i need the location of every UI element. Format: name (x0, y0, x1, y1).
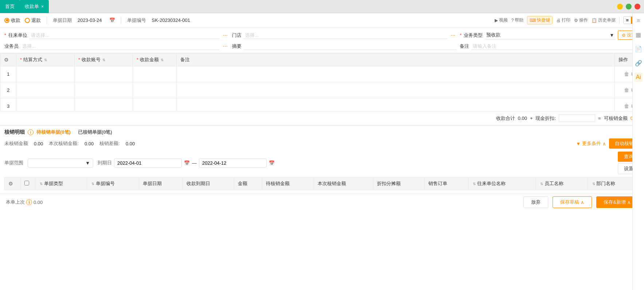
video-button[interactable]: ▶ 视频 (495, 17, 508, 23)
settle-sort-icon[interactable]: ⇅ (44, 58, 47, 62)
video-icon: ▶ (495, 18, 498, 23)
table-col-settle: * 结算方式 ⇅ (16, 54, 75, 66)
abandon-button[interactable]: 放弃 (523, 196, 548, 208)
bt-check-all[interactable] (24, 181, 29, 185)
staff-field-group: 业务员 ··· (4, 43, 229, 50)
bt-col-current: 本次核销金额 (314, 177, 373, 190)
bt-dept-sort-icon[interactable]: ⇅ (592, 182, 595, 186)
sidebar-ai-icon[interactable]: Ai (634, 72, 642, 82)
done-tab[interactable]: 已核销单据(0笔) (78, 129, 112, 136)
table-col-account: * 收款账号 ⇅ (75, 54, 133, 66)
calendar-to-icon[interactable]: 📅 (269, 160, 275, 166)
save-new-button[interactable]: 保存&新增 ∧ (596, 196, 638, 208)
account-sort-icon[interactable]: ⇅ (102, 58, 105, 62)
partner-more-button[interactable]: ··· (221, 32, 229, 39)
cash-discount-input[interactable] (559, 114, 595, 122)
help-button[interactable]: ? 帮助 (511, 17, 524, 23)
business-type-select[interactable]: 预收款 ▼ (485, 31, 616, 39)
row-3-settle[interactable] (16, 98, 75, 112)
date-value: 2023-03-24 (78, 17, 102, 23)
calendar-from-icon[interactable]: 📅 (184, 160, 190, 166)
amount-sort-icon[interactable]: ⇅ (161, 58, 164, 62)
receipt-table-header: ⚙ * 结算方式 ⇅ * 收款账号 ⇅ * 收款金额 (0, 54, 644, 66)
print-button[interactable]: 🖨 打印 (556, 17, 570, 23)
radio-refund[interactable]: 退款 (25, 17, 41, 24)
bt-settings-icon[interactable]: ⚙ (8, 181, 13, 187)
table-row: 3 🗑 ⧉ (0, 98, 644, 112)
bt-col-bill-type: ⇅ 单据类型 (35, 177, 87, 190)
maximize-button[interactable] (626, 4, 632, 9)
table-settings-icon[interactable]: ⚙ (4, 57, 9, 63)
bt-staff-sort-icon[interactable]: ⇅ (540, 182, 543, 186)
footer: 本单上次 ℹ 0.00 放弃 保存草稿 ∧ 保存&新增 ∧ (0, 193, 644, 211)
unreconciled-label: 未核销金额 (4, 140, 28, 147)
tab-close-icon[interactable]: × (41, 4, 44, 9)
tab-home[interactable]: 首页 (0, 0, 20, 13)
shortcut-button[interactable]: ⌨ 快捷键 (527, 16, 553, 24)
row-num-3: 3 (0, 98, 16, 112)
tab-receipt[interactable]: 收款单 × (20, 0, 49, 13)
table-col-remark: 备注 (177, 54, 615, 66)
range-label: 单据范围 (4, 160, 23, 166)
sidebar-menu-icon[interactable]: ≡ (635, 16, 641, 26)
store-label: 门店 (232, 32, 242, 39)
row-num-2: 2 (0, 82, 16, 98)
staff-input[interactable] (21, 43, 219, 50)
reconcile-info-icon[interactable]: i (28, 129, 34, 135)
store-more-button[interactable]: ··· (449, 32, 457, 39)
row-3-account[interactable] (75, 98, 133, 112)
calendar-icon[interactable]: 📅 (109, 17, 115, 23)
table-col-settings[interactable]: ⚙ (0, 54, 16, 66)
current-reconcile-label: 本次核销金额: (49, 140, 79, 147)
row-1-settle[interactable] (16, 66, 75, 82)
pending-tab[interactable]: 待核销单据(0笔) (36, 129, 71, 136)
store-input[interactable] (244, 32, 447, 39)
row-1-remark[interactable] (177, 66, 615, 82)
row-1-delete-icon[interactable]: 🗑 (624, 71, 629, 77)
bt-sort-icon[interactable]: ⇅ (40, 182, 43, 186)
sidebar-table-icon[interactable]: ▦ (634, 30, 643, 40)
minimize-button[interactable] (617, 4, 623, 9)
sidebar-doc-icon[interactable]: 📄 (633, 44, 644, 54)
operations-button[interactable]: ⚙ 操作 (574, 17, 588, 23)
this-bill-info-icon[interactable]: ℹ (26, 199, 32, 205)
date-from-input[interactable] (114, 158, 182, 168)
bt-partner-sort-icon[interactable]: ⇅ (473, 182, 476, 186)
sidebar-link-icon[interactable]: 🔗 (633, 58, 644, 68)
help-icon: ? (511, 18, 514, 23)
unreconciled-value: 0.00 (34, 141, 43, 146)
this-bill-value: 0.00 (34, 200, 43, 205)
remark-input[interactable] (471, 43, 640, 50)
row-1-account[interactable] (75, 66, 133, 82)
bt-col-settings[interactable]: ⚙ (5, 177, 21, 190)
date-range: 到期日 📅 — 📅 (98, 158, 275, 168)
reconcile-diff-value: 0.00 (126, 141, 135, 146)
partner-input[interactable] (30, 32, 219, 39)
row-2-amount[interactable] (133, 82, 177, 98)
row-3-delete-icon[interactable]: 🗑 (624, 103, 629, 109)
close-button[interactable] (635, 4, 640, 9)
bt-num-sort-icon[interactable]: ⇅ (91, 182, 94, 186)
bt-col-bill-date: 单据日期 (139, 177, 182, 190)
row-2-remark[interactable] (177, 82, 615, 98)
row-2-delete-icon[interactable]: 🗑 (624, 87, 629, 93)
radio-receipt-dot (4, 18, 9, 23)
row-2-settle[interactable] (16, 82, 75, 98)
radio-receipt[interactable]: 收款 (4, 17, 20, 24)
date-to-input[interactable] (199, 158, 267, 168)
row-2-account[interactable] (75, 82, 133, 98)
bt-col-due-date: 收款到期日 (182, 177, 234, 190)
remark-label: 备注 (460, 43, 469, 50)
toolbar-divider-2 (121, 17, 121, 24)
radio-refund-label: 退款 (31, 17, 41, 24)
save-draft-button[interactable]: 保存草稿 ∧ (553, 196, 592, 208)
history-button[interactable]: 📋 历史单据 (592, 17, 616, 23)
more-filter-button[interactable]: ▼ 更多条件 ∧ (576, 140, 606, 147)
range-select[interactable]: ▼ (28, 158, 93, 168)
staff-more-button[interactable]: ··· (221, 43, 229, 50)
summary-input[interactable] (244, 43, 457, 50)
row-3-amount[interactable] (133, 98, 177, 112)
row-1-amount[interactable] (133, 66, 177, 82)
row-3-remark[interactable] (177, 98, 615, 112)
list-view-button[interactable]: ≡ (624, 17, 631, 24)
